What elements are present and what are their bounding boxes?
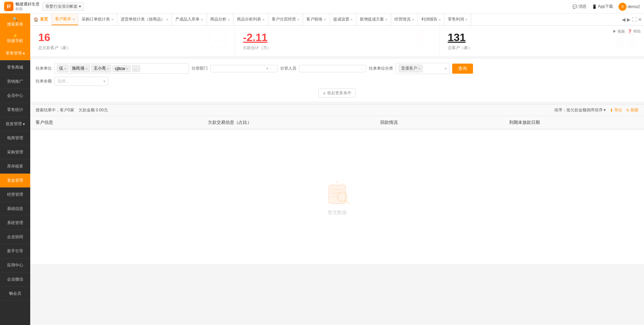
tab-customer-account[interactable]: 客户账本 × (52, 13, 78, 25)
sidebar-item-finance[interactable]: 资金管理 (0, 174, 30, 188)
stat-card-total-customers: 131 总客户（家） ▶ 视频 (440, 26, 644, 56)
person-select[interactable]: ··· (299, 65, 366, 72)
tag-remove-icon[interactable]: × (85, 67, 87, 71)
sidebar-item-enterprise[interactable]: 企业协同 (0, 230, 30, 244)
tag-remove-icon[interactable]: × (107, 67, 109, 71)
tab-new-commission[interactable]: 新增提成方案 × (356, 13, 391, 25)
balance-select[interactable]: 选择... ▾ (54, 77, 108, 86)
app-download-btn[interactable]: 📱 App下载 (592, 4, 613, 9)
tab-purchase-order-stats[interactable]: 采购订单统计表 × (78, 13, 117, 25)
sidebar-item-ecommerce[interactable]: 电商管理 (0, 131, 30, 145)
sidebar-item-purchase[interactable]: 采购管理 (0, 145, 30, 159)
stat-value-customers: 16 (38, 31, 50, 44)
refresh-btn[interactable]: ↻ 刷新 (626, 107, 639, 113)
message-btn[interactable]: 💬 消息 (572, 4, 587, 9)
sidebar-item-system[interactable]: 系统管理 (0, 216, 30, 230)
filter-tag-more[interactable]: ... (132, 65, 140, 72)
sidebar-item-inventory[interactable]: 库存核算 (0, 159, 30, 174)
sidebar-item-wholesale[interactable]: 批发管理 ▾ (0, 117, 30, 131)
tab-label: 新增提成方案 (360, 16, 384, 22)
tab-close-icon[interactable]: × (111, 17, 113, 22)
sidebar-item-vip[interactable]: 畅会员 (0, 287, 30, 301)
tabs-prev-icon[interactable]: ◀ (622, 17, 626, 22)
query-button[interactable]: 查询 (452, 64, 473, 74)
tab-customer-tier[interactable]: 客户分层经营 × (268, 13, 303, 25)
stat-icon-diamond (413, 29, 433, 53)
tab-close-icon[interactable]: × (201, 17, 203, 22)
unit-class-select[interactable]: 普通客户 × ▾ (396, 63, 449, 74)
page-content: 16 总欠款客户（家） ¥ -2.11 欠款合计（万） (30, 26, 644, 325)
sidebar-item-retail-mgmt[interactable]: 零售管理 ▾ (0, 46, 30, 61)
sidebar-search[interactable]: 🔍 搜索菜单 (0, 13, 30, 31)
tab-close-icon[interactable]: × (324, 17, 326, 22)
sidebar-item-basic-info[interactable]: 基础信息 (0, 202, 30, 216)
tab-close-icon[interactable]: × (166, 17, 168, 22)
tab-commission-setting[interactable]: 提成设置 × (330, 13, 356, 25)
tag-label: 伍 (59, 66, 63, 71)
tab-close-icon[interactable]: × (228, 17, 230, 22)
tab-close-icon[interactable]: × (73, 17, 75, 21)
tab-close-icon[interactable]: × (297, 17, 299, 22)
tab-operations[interactable]: 经营情况 × (391, 13, 418, 25)
tab-production[interactable]: 产成品入库单 × (172, 13, 207, 25)
tabs-close-icon[interactable]: ✕ (638, 17, 642, 22)
collapse-btn[interactable]: ∧ 收起更多条件 (318, 88, 356, 98)
tab-retail-profit[interactable]: 零售利润 × (444, 13, 471, 25)
tab-close-icon[interactable]: × (412, 17, 414, 22)
svg-point-15 (331, 183, 333, 185)
tab-label: 客户联络 (306, 16, 323, 22)
sidebar-item-marketing[interactable]: 营销推广 (0, 75, 30, 89)
result-bar: 搜索结果中，客户0家 欠款金额 0.00元 排序：按欠款金额倒序排序 ▾ ⬆ 导… (30, 104, 644, 116)
sidebar-quick-nav[interactable]: ⚡ 快捷导航 (0, 31, 30, 46)
industry-selector[interactable]: 母婴行业演示帐套 ▾ (42, 2, 84, 11)
stat-label-total: 总客户（家） (448, 45, 472, 51)
video-btn[interactable]: ▶ 视频 (613, 29, 625, 34)
filter-tag-cjttcw[interactable]: cjttcw × (113, 65, 130, 72)
export-btn[interactable]: ⬆ 导出 (610, 107, 622, 113)
tab-product-analysis-list[interactable]: 商品分析列表 × (233, 13, 268, 25)
sidebar-item-retail-shop[interactable]: 零售商城 (0, 61, 30, 75)
tab-customer-contact[interactable]: 客户联络 × (303, 13, 330, 25)
dept-select[interactable]: ▾ ··· (210, 65, 277, 72)
tab-product-analysis[interactable]: 商品分析 × (207, 13, 233, 25)
tab-inbound-stats[interactable]: 进货单统计表（按商品） × (117, 13, 172, 25)
person-extra-icon: ··· (360, 67, 363, 71)
avatar: d (618, 3, 627, 11)
chevron-down-icon: ▾ (103, 79, 105, 83)
svg-point-16 (336, 181, 339, 184)
tab-close-icon[interactable]: × (385, 17, 387, 22)
tabs-maximize-icon[interactable]: ⛶ (632, 17, 637, 22)
tab-home[interactable]: 🏠 首页 (30, 13, 52, 25)
help-btn[interactable]: ❓ 帮助 (628, 29, 641, 34)
sidebar-item-wechat[interactable]: 企业微信 (0, 273, 30, 287)
tag-remove-icon[interactable]: × (126, 67, 128, 71)
sidebar-item-operations[interactable]: 经营管理 (0, 188, 30, 202)
tab-close-icon[interactable]: × (351, 17, 353, 22)
tabs-controls: ◀ ▶ ⛶ ✕ (620, 17, 644, 22)
tab-close-icon[interactable]: × (262, 17, 264, 22)
unit-class-tag[interactable]: 普通客户 × (399, 65, 423, 72)
sidebar-item-member[interactable]: 会员中心 (0, 89, 30, 103)
svg-rect-7 (631, 34, 634, 47)
tag-remove-icon[interactable]: × (64, 67, 66, 71)
filter-tag-chen[interactable]: 陈民强 × (70, 65, 90, 72)
tab-profit-report[interactable]: 利润报告 × (418, 13, 444, 25)
tab-close-icon[interactable]: × (465, 17, 467, 22)
sidebar-item-guide[interactable]: 新手引导 (0, 244, 30, 258)
tab-close-icon[interactable]: × (439, 17, 441, 22)
filter-tag-wu[interactable]: 伍 × (57, 65, 69, 72)
unit-tag-input[interactable]: 伍 × 陈民强 × 王小亮 × cjttcw × (54, 63, 189, 74)
filter-tag-wang[interactable]: 王小亮 × (91, 65, 111, 72)
tabs-next-icon[interactable]: ▶ (627, 17, 631, 22)
sidebar-item-app-center[interactable]: 应用中心 (0, 258, 30, 273)
sidebar-item-retail-stats[interactable]: 零售统计 (0, 103, 30, 117)
dept-extra-icon: ··· (271, 67, 274, 71)
user-info[interactable]: d demo2 (618, 3, 640, 11)
tab-label: 客户分层经营 (272, 16, 296, 22)
chevron-down-icon: ▾ (266, 67, 268, 70)
tag-remove-icon[interactable]: × (418, 67, 420, 71)
chevron-down-icon[interactable]: ▾ (604, 108, 606, 112)
table-empty-state: 暂无数据 (30, 130, 644, 264)
tag-label: 王小亮 (94, 66, 106, 71)
col-customer-info: 客户信息 (36, 119, 208, 125)
